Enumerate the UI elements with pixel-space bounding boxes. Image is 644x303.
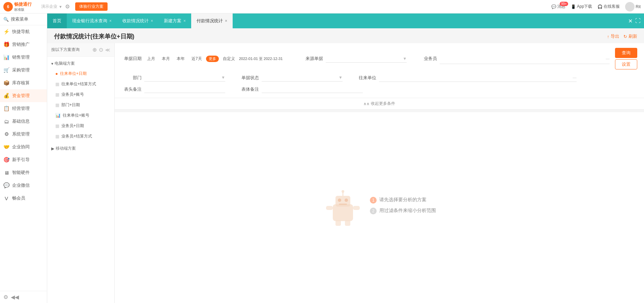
- dept-dropdown-icon: ▼: [221, 75, 225, 80]
- sidebar-item-hardware[interactable]: 🖥 智能硬件: [0, 166, 47, 179]
- scheme-item-label-5: 业务员+日期: [61, 123, 84, 129]
- gear-icon[interactable]: ⚙: [65, 3, 70, 10]
- customer-service-button[interactable]: 🎧 在线客服: [597, 4, 620, 9]
- tab-cashflow[interactable]: 现金银行流水查询 ×: [67, 13, 117, 28]
- date-btn-custom[interactable]: 自定义: [220, 55, 238, 62]
- tab-payments-close[interactable]: ×: [225, 19, 227, 23]
- sidebar-item-weixin[interactable]: 💬 企业微信: [0, 179, 47, 192]
- salesman-input[interactable]: [440, 55, 606, 62]
- svg-rect-8: [345, 220, 350, 226]
- user-menu[interactable]: Rit: [625, 2, 641, 11]
- date-btn-this-year[interactable]: 本年: [174, 55, 187, 62]
- quick-nav-icon: ⚡: [3, 29, 9, 35]
- source-dropdown-icon: ▼: [403, 56, 407, 61]
- sidebar-bottom: ⚙ ◀◀: [0, 291, 47, 303]
- date-btn-7days[interactable]: 近7天: [189, 55, 205, 62]
- date-btn-last-month[interactable]: 上月: [144, 55, 158, 62]
- sidebar-item-purchase[interactable]: 🛒 采购管理: [0, 64, 47, 77]
- sidebar-item-guide[interactable]: 🎯 新手引导: [0, 153, 47, 166]
- content-wrapper: 首页 现金银行流水查询 × 收款情况统计 × 新建方案 × 付款情况统计 × ✕…: [47, 13, 644, 303]
- header-note-input-container: [144, 85, 225, 93]
- settings-icon[interactable]: ⚙: [3, 294, 8, 300]
- tab-bar-actions: ✕ ⛶: [625, 13, 644, 28]
- purchase-icon: 🛒: [3, 67, 9, 73]
- empty-content: 1 请先选择要分析的方案 2 用过滤条件来缩小分析范围: [323, 187, 436, 228]
- dept-select[interactable]: ▼: [144, 74, 225, 82]
- scheme-item-2[interactable]: ▦ 业务员+账号: [47, 89, 114, 100]
- setting-button[interactable]: 设置: [615, 59, 637, 69]
- scheme-pc-group-title[interactable]: ▾ 电脑端方案: [47, 59, 114, 68]
- tab-payments[interactable]: 付款情况统计 ×: [191, 13, 233, 28]
- filter-row-2: 部门 ▼ 单据状态 ▼ 往来单位 ···: [121, 73, 637, 82]
- scheme-item-3[interactable]: ▦ 部门+日期: [47, 100, 114, 110]
- page-title: 付款情况统计(往来单位+日期): [54, 32, 135, 40]
- system-icon: ⚙: [3, 131, 9, 137]
- settings-scheme-icon[interactable]: ⊙: [99, 47, 103, 53]
- message-badge: 99+: [560, 2, 568, 6]
- salesman-dots[interactable]: ···: [606, 56, 610, 61]
- collapse-button[interactable]: ∧∧ 收起更多条件: [363, 101, 395, 107]
- date-btn-this-month[interactable]: 本月: [159, 55, 173, 62]
- source-select[interactable]: ▼: [326, 55, 407, 63]
- sidebar-item-system[interactable]: ⚙ 系统管理: [0, 128, 47, 141]
- scheme-item-6[interactable]: ▦ 业务员+结算方式: [47, 131, 114, 142]
- marketing-icon: 🎁: [3, 41, 9, 48]
- date-btn-more[interactable]: 更多: [206, 56, 219, 62]
- message-button[interactable]: 💬 消息 99+: [551, 4, 565, 9]
- avatar: [625, 2, 635, 11]
- close-all-tabs-icon[interactable]: ✕: [628, 18, 633, 24]
- search-menu-button[interactable]: 🔍 搜索菜单: [0, 13, 47, 25]
- scheme-item-4[interactable]: 📊 往来单位+账号: [47, 110, 114, 121]
- scheme-item-1[interactable]: ▦ 往来单位+结算方式: [47, 79, 114, 89]
- sidebar-item-operation[interactable]: 📋 经营管理: [0, 102, 47, 115]
- tab-new-scheme[interactable]: 新建方案 ×: [158, 13, 191, 28]
- body-note-input[interactable]: [262, 85, 363, 93]
- tip-num-1: 1: [370, 197, 377, 204]
- header-note-label: 表头备注: [121, 86, 142, 92]
- sidebar-item-inventory[interactable]: 📦 库存核算: [0, 77, 47, 89]
- sidebar-item-capital[interactable]: 💰 资金管理: [0, 89, 47, 102]
- status-select[interactable]: ▼: [262, 74, 343, 82]
- sidebar-item-basic[interactable]: 🗂 基础信息: [0, 115, 47, 128]
- company-selector[interactable]: 演示企业 ▼: [41, 4, 62, 9]
- member-icon: V: [3, 195, 9, 201]
- collapse-scheme-icon[interactable]: ≪: [105, 47, 110, 53]
- tab-payments-label: 付款情况统计: [197, 18, 223, 24]
- scheme-panel-title: 按以下方案查询: [51, 47, 80, 53]
- sidebar-item-quick-nav[interactable]: ⚡ 快捷导航: [0, 25, 47, 38]
- scheme-item-0[interactable]: ● 往来单位+日期: [47, 68, 114, 79]
- top-bar-right: 💬 消息 99+ 📱 App下载 🎧 在线客服 Rit: [551, 2, 641, 11]
- scheme-item-label-2: 业务员+账号: [61, 92, 84, 97]
- svg-point-2: [338, 199, 341, 202]
- sidebar-item-corp[interactable]: 🤝 企业协同: [0, 141, 47, 153]
- header-note-input[interactable]: [144, 85, 225, 93]
- add-scheme-icon[interactable]: ⊕: [92, 47, 97, 53]
- refresh-button[interactable]: ↻ 刷新: [623, 33, 637, 39]
- tab-receipts-close[interactable]: ×: [151, 19, 153, 23]
- company-name: 演示企业: [41, 4, 57, 9]
- partner-dots[interactable]: ···: [573, 75, 577, 80]
- tab-receipts[interactable]: 收款情况统计 ×: [117, 13, 158, 28]
- export-button[interactable]: ↑ 导出: [607, 33, 620, 39]
- sidebar-item-label: 库存核算: [12, 80, 30, 86]
- tab-home[interactable]: 首页: [47, 13, 67, 28]
- sidebar-item-label: 智能硬件: [12, 170, 30, 176]
- tab-new-scheme-close[interactable]: ×: [183, 19, 186, 23]
- sidebar-item-sales[interactable]: 📊 销售管理: [0, 51, 47, 64]
- fullscreen-icon[interactable]: ⛶: [635, 18, 641, 24]
- trial-button[interactable]: 体验行业方案: [75, 2, 108, 11]
- tab-cashflow-close[interactable]: ×: [109, 19, 112, 23]
- scheme-mobile-group[interactable]: ▶ 移动端方案: [47, 144, 114, 153]
- tab-receipts-label: 收款情况统计: [122, 18, 149, 24]
- app-download-button[interactable]: 📱 App下载: [571, 4, 592, 9]
- tab-new-scheme-label: 新建方案: [164, 18, 181, 24]
- user-name: Rit: [636, 4, 641, 9]
- scheme-item-icon-2: ▦: [55, 92, 59, 97]
- collapse-sidebar-icon[interactable]: ◀◀: [11, 294, 19, 300]
- query-button[interactable]: 查询: [615, 48, 637, 58]
- scheme-item-5[interactable]: ▦ 业务员+日期: [47, 121, 114, 131]
- date-range-container: 2022-01-01 至 2022-12-31: [239, 56, 283, 61]
- sidebar-item-member[interactable]: V 畅会员: [0, 192, 47, 205]
- sidebar-item-marketing[interactable]: 🎁 营销推广: [0, 38, 47, 51]
- sidebar-item-label: 企业微信: [12, 182, 30, 188]
